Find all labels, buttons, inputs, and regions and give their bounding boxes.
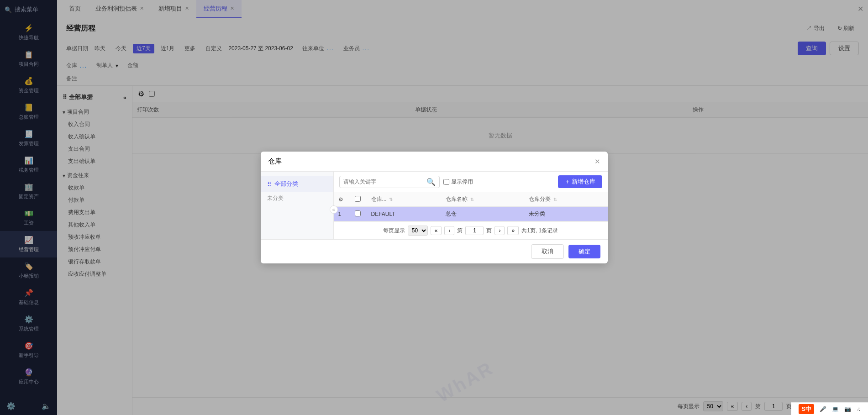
modal-body: ⠿ 全部分类 未分类 « 🔍 显示停用 xyxy=(261,172,608,239)
modal-overlay[interactable]: 仓库 ✕ ⠿ 全部分类 未分类 « 🔍 xyxy=(0,0,868,415)
modal-left-all-categories[interactable]: ⠿ 全部分类 xyxy=(261,176,333,192)
modal-warehouse: 仓库 ✕ ⠿ 全部分类 未分类 « 🔍 xyxy=(261,152,608,263)
modal-col-checkbox xyxy=(350,192,367,207)
modal-search-wrap: 🔍 xyxy=(339,176,440,188)
mic-icon[interactable]: 🎤 xyxy=(820,406,826,412)
modal-right-panel: 🔍 显示停用 ＋ 新增仓库 ⚙ xyxy=(334,172,608,239)
modal-table-row[interactable]: 1 DEFAULT 总仓 未分类 xyxy=(334,207,608,221)
modal-pagination: 每页显示 50 « ‹ 第 页 › » 共1页, 1条记录 xyxy=(334,221,608,239)
modal-left-collapse-btn[interactable]: « xyxy=(330,205,338,214)
modal-col-name: 仓库名称 ⇅ xyxy=(441,192,524,207)
modal-per-page-label: 每页显示 xyxy=(383,227,405,235)
music-icon[interactable]: ♫ xyxy=(857,406,861,412)
sort-code-icon: ⇅ xyxy=(389,197,393,202)
modal-next-btn[interactable]: › xyxy=(494,226,505,235)
statusbar: S中 🎤 💻 📷 ♫ xyxy=(791,402,868,415)
modal-close-icon[interactable]: ✕ xyxy=(594,158,600,166)
modal-left-all-label: 全部分类 xyxy=(274,180,298,188)
modal-footer: 取消 确定 xyxy=(261,239,608,263)
row-name: 总仓 xyxy=(441,207,524,221)
modal-page-suffix: 页 xyxy=(486,227,492,235)
modal-search-input[interactable] xyxy=(343,179,426,185)
modal-warehouse-table: ⚙ 仓库... ⇅ 仓库名称 ⇅ xyxy=(334,192,608,221)
modal-left-panel: ⠿ 全部分类 未分类 « xyxy=(261,172,334,239)
modal-col-category: 仓库分类 ⇅ xyxy=(524,192,607,207)
sort-category-icon: ⇅ xyxy=(553,197,557,202)
modal-total-text: 共1页, 1条记录 xyxy=(521,227,558,235)
camera-icon[interactable]: 📷 xyxy=(844,406,851,412)
modal-col-code: 仓库... ⇅ xyxy=(367,192,442,207)
modal-uncategorized[interactable]: 未分类 xyxy=(267,195,284,201)
logo-badge: S中 xyxy=(799,404,814,414)
show-disabled-label: 显示停用 xyxy=(443,178,473,186)
modal-cancel-button[interactable]: 取消 xyxy=(531,244,564,259)
row-category: 未分类 xyxy=(524,207,607,221)
show-disabled-text: 显示停用 xyxy=(451,178,473,186)
modal-select-all[interactable] xyxy=(355,196,361,202)
modal-current-page-input[interactable] xyxy=(465,226,484,235)
modal-col-gear: ⚙ xyxy=(334,192,350,207)
modal-toolbar: 🔍 显示停用 ＋ 新增仓库 xyxy=(334,172,608,192)
modal-first-btn[interactable]: « xyxy=(431,226,442,235)
modal-per-page-select[interactable]: 50 xyxy=(408,226,428,236)
modal-page-label: 第 xyxy=(457,227,463,235)
modal-left-scroll: 未分类 xyxy=(261,192,333,205)
row-select-checkbox[interactable] xyxy=(355,210,361,216)
modal-last-btn[interactable]: » xyxy=(507,226,519,235)
show-disabled-checkbox[interactable] xyxy=(443,179,449,185)
modal-table-container: ⚙ 仓库... ⇅ 仓库名称 ⇅ xyxy=(334,192,608,221)
sort-name-icon: ⇅ xyxy=(470,197,474,202)
row-checkbox xyxy=(350,207,367,221)
modal-prev-btn[interactable]: ‹ xyxy=(444,226,454,235)
row-code: DEFAULT xyxy=(367,207,442,221)
add-warehouse-button[interactable]: ＋ 新增仓库 xyxy=(558,175,602,188)
modal-title: 仓库 xyxy=(268,157,282,166)
computer-icon[interactable]: 💻 xyxy=(832,406,839,412)
modal-confirm-button[interactable]: 确定 xyxy=(568,245,600,258)
modal-header: 仓库 ✕ xyxy=(261,152,608,172)
grid-icon-modal: ⠿ xyxy=(267,181,272,188)
modal-search-icon[interactable]: 🔍 xyxy=(426,178,436,186)
